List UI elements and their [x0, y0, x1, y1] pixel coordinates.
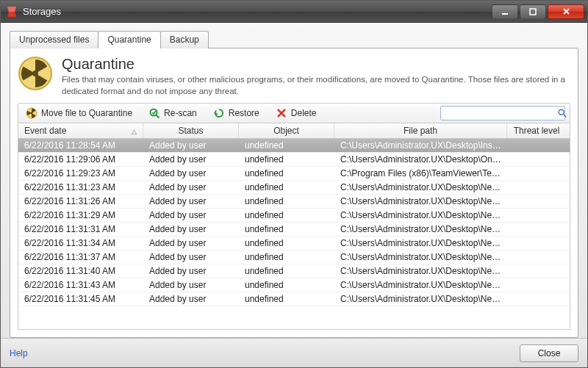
cell-threat [507, 139, 566, 152]
cell-object: undefined [239, 195, 334, 208]
cell-date: 6/22/2016 11:31:34 AM [18, 237, 143, 250]
move-label: Move file to Quarantine [41, 108, 132, 118]
cell-date: 6/22/2016 11:28:54 AM [18, 139, 143, 152]
search-box[interactable] [440, 106, 565, 120]
close-button[interactable]: Close [520, 344, 578, 362]
cell-status: Added by user [143, 139, 239, 152]
col-object[interactable]: Object [239, 123, 334, 138]
move-to-quarantine-button[interactable]: Move file to Quarantine [23, 106, 135, 120]
maximize-button[interactable] [520, 4, 546, 19]
cell-object: undefined [239, 223, 334, 236]
tab-backup[interactable]: Backup [160, 31, 209, 48]
table-row[interactable]: 6/22/2016 11:31:40 AMAdded by userundefi… [18, 264, 570, 278]
app-icon [5, 5, 18, 18]
col-threat-level[interactable]: Threat level [507, 123, 566, 138]
cell-status: Added by user [143, 153, 239, 166]
rescan-icon [148, 107, 160, 119]
table-row[interactable]: 6/22/2016 11:31:23 AMAdded by userundefi… [18, 181, 570, 195]
rescan-label: Re-scan [164, 108, 197, 118]
cell-path: C:\Users\Administrator.UX\Desktop\New ..… [334, 292, 507, 306]
cell-object: undefined [239, 153, 334, 166]
cell-threat [507, 250, 566, 264]
cell-path: C:\Program Files (x86)\TeamViewer\Team..… [334, 167, 507, 180]
table-row[interactable]: 6/22/2016 11:29:23 AMAdded by userundefi… [18, 167, 570, 181]
cell-path: C:\Users\Administrator.UX\Desktop\New ..… [334, 223, 507, 236]
restore-label: Restore [229, 108, 259, 118]
cell-status: Added by user [143, 237, 239, 250]
rescan-button[interactable]: Re-scan [146, 106, 200, 120]
svg-point-7 [559, 109, 564, 115]
delete-label: Delete [291, 108, 317, 118]
table-row[interactable]: 6/22/2016 11:31:31 AMAdded by userundefi… [18, 223, 570, 237]
radiation-small-icon [26, 107, 37, 119]
cell-date: 6/22/2016 11:31:26 AM [18, 195, 143, 208]
quarantine-grid[interactable]: Event date△ Status Object File path Thre… [18, 123, 570, 330]
table-row[interactable]: 6/22/2016 11:31:43 AMAdded by userundefi… [18, 278, 570, 292]
cell-date: 6/22/2016 11:31:40 AM [18, 264, 143, 278]
table-row[interactable]: 6/22/2016 11:29:06 AMAdded by userundefi… [18, 153, 570, 167]
restore-button[interactable]: Restore [210, 106, 262, 120]
svg-point-6 [151, 109, 157, 116]
tab-unprocessed-files[interactable]: Unprocessed files [10, 31, 98, 48]
cell-status: Added by user [143, 264, 239, 278]
cell-threat [507, 209, 566, 222]
cell-threat [507, 278, 566, 292]
window-title: Storages [23, 6, 492, 17]
cell-threat [507, 292, 566, 306]
cell-object: undefined [239, 181, 334, 194]
cell-threat [507, 167, 566, 180]
cell-object: undefined [239, 250, 334, 264]
svg-rect-1 [530, 9, 536, 15]
table-row[interactable]: 6/22/2016 11:31:45 AMAdded by userundefi… [18, 292, 570, 306]
close-window-button[interactable] [548, 4, 584, 19]
status-bar: Help Close [1, 338, 587, 367]
cell-path: C:\Users\Administrator.UX\Desktop\New ..… [334, 264, 507, 278]
delete-button[interactable]: Delete [273, 106, 320, 120]
col-event-date[interactable]: Event date△ [18, 123, 143, 138]
cell-status: Added by user [143, 195, 239, 208]
cell-threat [507, 237, 566, 250]
cell-object: undefined [239, 139, 334, 152]
cell-path: C:\Users\Administrator.UX\Desktop\New ..… [334, 209, 507, 222]
cell-path: C:\Users\Administrator.UX\Desktop\Insta.… [334, 139, 507, 152]
cell-status: Added by user [143, 223, 239, 236]
panel-description: Files that may contain viruses, or other… [62, 74, 570, 97]
table-row[interactable]: 6/22/2016 11:31:37 AMAdded by userundefi… [18, 250, 570, 264]
table-row[interactable]: 6/22/2016 11:28:54 AMAdded by userundefi… [18, 139, 570, 153]
window-controls [492, 4, 584, 19]
delete-icon [276, 107, 287, 119]
cell-path: C:\Users\Administrator.UX\Desktop\New ..… [334, 181, 507, 194]
cell-date: 6/22/2016 11:31:43 AM [18, 278, 143, 292]
col-file-path[interactable]: File path [334, 123, 507, 138]
cell-date: 6/22/2016 11:31:45 AM [18, 292, 143, 306]
cell-status: Added by user [143, 250, 239, 264]
cell-threat [507, 181, 566, 194]
panel-title: Quarantine [62, 56, 570, 73]
cell-status: Added by user [143, 292, 239, 306]
minimize-button[interactable] [492, 4, 518, 19]
table-row[interactable]: 6/22/2016 11:31:34 AMAdded by userundefi… [18, 237, 570, 250]
search-input[interactable] [444, 107, 557, 119]
table-row[interactable]: 6/22/2016 11:31:29 AMAdded by userundefi… [18, 209, 570, 223]
col-status[interactable]: Status [143, 123, 239, 138]
client-area: Unprocessed filesQuarantineBackup [1, 23, 587, 338]
sort-asc-icon: △ [132, 128, 137, 135]
radiation-icon [18, 56, 53, 91]
tab-strip: Unprocessed filesQuarantineBackup [10, 31, 578, 48]
quarantine-panel: Quarantine Files that may contain viruse… [10, 48, 578, 338]
cell-status: Added by user [143, 167, 239, 180]
cell-path: C:\Users\Administrator.UX\Desktop\New ..… [334, 195, 507, 208]
help-link[interactable]: Help [10, 348, 28, 358]
cell-threat [507, 153, 566, 166]
search-icon[interactable] [557, 107, 567, 119]
restore-icon [213, 107, 225, 119]
table-row[interactable]: 6/22/2016 11:31:26 AMAdded by userundefi… [18, 195, 570, 209]
cell-path: C:\Users\Administrator.UX\Desktop\New ..… [334, 278, 507, 292]
tab-quarantine[interactable]: Quarantine [98, 31, 160, 48]
cell-date: 6/22/2016 11:31:31 AM [18, 223, 143, 236]
cell-object: undefined [239, 292, 334, 306]
cell-date: 6/22/2016 11:31:37 AM [18, 250, 143, 264]
cell-date: 6/22/2016 11:29:23 AM [18, 167, 143, 180]
cell-object: undefined [239, 209, 334, 222]
cell-status: Added by user [143, 209, 239, 222]
